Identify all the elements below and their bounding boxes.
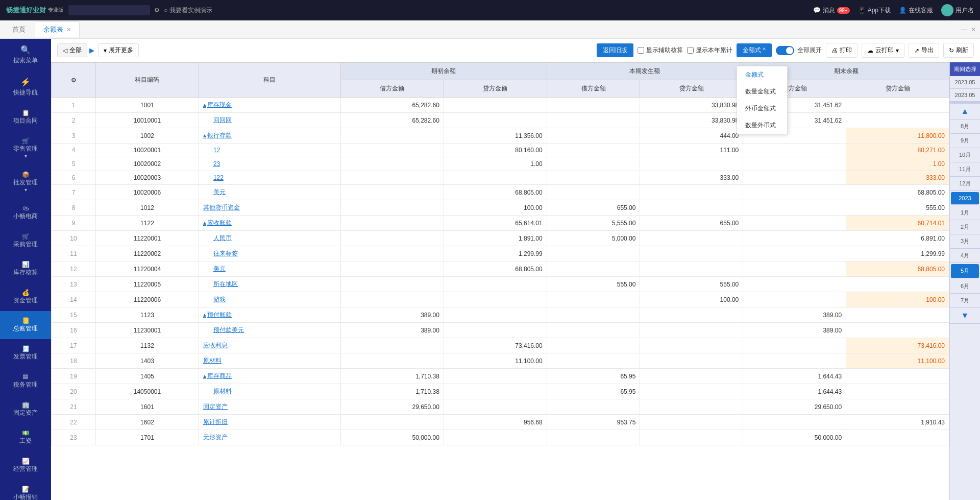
online-service-action[interactable]: 👤 在线客服	[899, 6, 933, 15]
row-num: 23	[52, 430, 96, 445]
period-dr: 65.95	[547, 369, 640, 384]
tab-balance[interactable]: 余额表 ✕	[35, 21, 80, 37]
account-name[interactable]: 人民币	[199, 231, 340, 246]
account-name[interactable]: 原材料	[199, 384, 340, 399]
ytd-checkbox-input[interactable]	[687, 47, 694, 54]
sidebar-item-contract[interactable]: 📋 项目合同	[0, 103, 51, 131]
dropdown-qty-amount[interactable]: 数量金额式	[737, 83, 787, 100]
expand-icon: ▾	[104, 47, 107, 54]
breadcrumb-arrow[interactable]: ▶	[89, 47, 94, 54]
account-name[interactable]: 固定资产	[199, 399, 340, 415]
ob-dr: 1,710.38	[341, 384, 444, 399]
month-9[interactable]: 9月	[950, 134, 980, 148]
account-name[interactable]: 23	[199, 157, 340, 171]
settings-icon[interactable]: ⚙	[154, 7, 160, 14]
col-opening-group: 期初余额	[341, 63, 547, 80]
period-dr	[547, 157, 640, 171]
account-name[interactable]: 预付款美元	[199, 323, 340, 338]
tab-balance-close[interactable]: ✕	[66, 27, 71, 33]
show-ytd-checkbox[interactable]: 显示本年累计	[687, 46, 732, 55]
account-name[interactable]: ▴库存现金	[199, 98, 340, 113]
sidebar-item-capital[interactable]: 💰 资金管理	[0, 283, 51, 311]
ob-cr: 956.68	[444, 415, 547, 430]
month-2[interactable]: 2月	[950, 220, 980, 234]
nav-down-icon[interactable]: ▼	[950, 308, 980, 324]
sidebar-item-nav[interactable]: ⚡ 快捷导航	[0, 71, 51, 103]
col-settings[interactable]: ⚙	[52, 63, 96, 98]
month-6[interactable]: 6月	[950, 279, 980, 294]
cloud-print-btn[interactable]: ☁ 云打印 ▾	[862, 43, 904, 58]
ob-cr: 68,805.00	[444, 185, 547, 200]
export-btn[interactable]: ↗ 导出	[909, 43, 939, 58]
row-num: 9	[52, 216, 96, 231]
year-2023[interactable]: 2023	[951, 192, 979, 205]
month-3[interactable]: 3月	[950, 234, 980, 249]
account-name[interactable]: ▴应收账款	[199, 216, 340, 231]
month-11[interactable]: 11月	[950, 162, 980, 177]
month-8[interactable]: 8月	[950, 120, 980, 134]
window-close[interactable]: ✕	[971, 26, 976, 33]
sidebar-item-ledger[interactable]: 📒 总账管理	[0, 311, 51, 339]
user-action[interactable]: 用户名	[941, 4, 974, 16]
account-name[interactable]: 游戏	[199, 292, 340, 307]
cloud-print-arrow: ▾	[896, 47, 899, 54]
month-10[interactable]: 10月	[950, 148, 980, 162]
account-name[interactable]: 往来标签	[199, 246, 340, 261]
month-7[interactable]: 7月	[950, 294, 980, 308]
app-download-action[interactable]: 📱 App下载	[858, 6, 891, 15]
account-name[interactable]: 122	[199, 171, 340, 185]
sidebar-item-operations[interactable]: 📈 经营管理	[0, 451, 51, 480]
period-dr	[547, 307, 640, 323]
account-name[interactable]: 12	[199, 144, 340, 157]
month-12[interactable]: 12月	[950, 177, 980, 191]
account-name[interactable]: 回回回	[199, 113, 340, 128]
month-1[interactable]: 1月	[950, 206, 980, 220]
toggle-btn[interactable]	[776, 46, 794, 55]
sidebar-item-retail[interactable]: 🛒 零售管理 ▾	[0, 131, 51, 165]
sidebar-item-search[interactable]: 🔍 搜索菜单	[0, 39, 51, 71]
dropdown-qty-fx[interactable]: 数量外币式	[737, 117, 787, 134]
dropdown-amount[interactable]: 金额式	[737, 66, 787, 83]
nav-up-icon[interactable]: ▲	[950, 104, 980, 120]
account-name[interactable]: 其他货币资金	[199, 200, 340, 216]
table-container[interactable]: ⚙ 科目编码 科目 期初余额 本期发生额 期末余额 借方金额 贷方金额 借方金额…	[51, 62, 949, 500]
breadcrumb-btn[interactable]: ◁ 全部	[57, 43, 87, 57]
window-minimize[interactable]: —	[961, 26, 967, 33]
message-action[interactable]: 💬 消息 99+	[813, 6, 850, 15]
return-old-btn[interactable]: 返回旧版	[597, 43, 633, 57]
account-name[interactable]: 原材料	[199, 353, 340, 369]
demo-link[interactable]: ○ 我要看实例演示	[164, 6, 212, 15]
account-name[interactable]: ▴库存商品	[199, 369, 340, 384]
sidebar-item-tax[interactable]: 🏛 税务管理	[0, 367, 51, 395]
account-name[interactable]: 美元	[199, 185, 340, 200]
sidebar-item-wholesale[interactable]: 📦 批发管理 ▾	[0, 165, 51, 199]
account-name[interactable]: ▴银行存款	[199, 128, 340, 144]
tab-home[interactable]: 首页	[4, 22, 34, 37]
account-name[interactable]: ▴预付账款	[199, 307, 340, 323]
auxiliary-checkbox-input[interactable]	[638, 47, 644, 54]
account-name[interactable]: 应收利息	[199, 338, 340, 353]
expand-more-btn[interactable]: ▾ 展开更多	[98, 43, 139, 57]
sidebar-item-payroll[interactable]: 💵 工资	[0, 423, 51, 451]
refresh-btn[interactable]: ↻ 刷新	[943, 43, 974, 58]
print-btn[interactable]: 🖨 打印	[826, 43, 857, 58]
sidebar-item-fixed-asset[interactable]: 🏢 固定资产	[0, 395, 51, 423]
account-name[interactable]: 美元	[199, 261, 340, 277]
tax-icon: 🏛	[4, 373, 47, 380]
sidebar-item-inventory[interactable]: 📊 库存核算	[0, 255, 51, 283]
account-name[interactable]: 无形资产	[199, 430, 340, 445]
sidebar-item-purchase[interactable]: 🛒 采购管理	[0, 227, 51, 255]
sidebar-item-expense[interactable]: 📝 小畅报销	[0, 480, 51, 500]
title-input[interactable]	[68, 5, 150, 15]
period-2023-05-2[interactable]: 2023.05	[950, 89, 980, 102]
month-5[interactable]: 5月	[951, 264, 979, 278]
dropdown-fx-amount[interactable]: 外币金额式	[737, 100, 787, 117]
account-name[interactable]: 所在地区	[199, 277, 340, 292]
sidebar-item-invoice[interactable]: 🧾 发票管理	[0, 339, 51, 367]
sidebar-item-ecommerce[interactable]: 🛍 小畅电商	[0, 199, 51, 227]
account-name[interactable]: 累计折旧	[199, 415, 340, 430]
month-4[interactable]: 4月	[950, 249, 980, 263]
period-2023-05-1[interactable]: 2023.05	[950, 76, 980, 89]
show-auxiliary-checkbox[interactable]: 显示辅助核算	[638, 46, 683, 55]
amount-mode-btn[interactable]: 金额式 ^	[737, 43, 772, 57]
